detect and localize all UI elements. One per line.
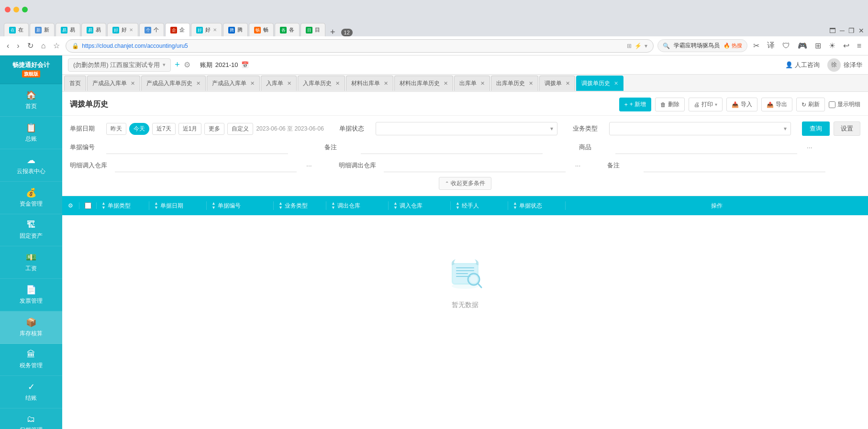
bookmark-button[interactable]: ☆ <box>51 39 62 52</box>
theme-btn[interactable]: ☀ <box>827 39 837 52</box>
th-type[interactable]: ▲▼ 单据类型 <box>97 201 149 210</box>
print-button[interactable]: 🖨 打印 ▾ <box>689 98 723 111</box>
detail-in-wh-dots[interactable]: ··· <box>306 162 312 169</box>
browser-tab[interactable]: 新 新 <box>30 23 55 36</box>
tab-close-icon[interactable]: ✕ <box>480 80 485 87</box>
tab-material-out-history[interactable]: 材料出库单历史 ✕ <box>394 76 453 91</box>
reload-button[interactable]: ↻ <box>25 39 35 52</box>
company-settings-button[interactable]: ⚙ <box>184 60 190 69</box>
th-handler[interactable]: ▲▼ 经手人 <box>451 201 508 210</box>
browser-tab[interactable]: 畅 畅 <box>249 23 274 36</box>
menu-btn[interactable]: ≡ <box>855 40 863 52</box>
sidebar-item-reports[interactable]: ☁ 云报表中心 <box>0 149 62 182</box>
tab-close-icon[interactable]: ✕ <box>335 80 340 87</box>
sidebar-item-payroll[interactable]: 💵 工资 <box>0 246 62 279</box>
th-checkbox[interactable] <box>79 202 97 209</box>
new-tab-button[interactable]: + <box>326 28 339 36</box>
tab-material-out[interactable]: 材料出库单 ✕ <box>346 76 393 91</box>
grid-btn[interactable]: ⊞ <box>813 39 823 52</box>
minimize-button[interactable]: ─ <box>840 27 845 34</box>
sidebar-item-tax[interactable]: 🏛 税务管理 <box>0 344 62 376</box>
tab-close-icon[interactable]: ✕ <box>196 80 200 87</box>
select-all-checkbox[interactable] <box>85 202 91 209</box>
undo-btn[interactable]: ↩ <box>841 39 851 52</box>
tab-close-icon[interactable]: ✕ <box>566 80 570 87</box>
browser-tab[interactable]: 目 目 <box>300 23 325 36</box>
game-btn[interactable]: 🎮 <box>796 39 809 52</box>
detail-out-wh-input[interactable] <box>384 159 566 172</box>
tab-product-in2[interactable]: 产成品入库单 ✕ <box>207 76 260 91</box>
display-toggle[interactable]: 显示明细 <box>829 100 860 109</box>
tab-out-history[interactable]: 出库单历史 ✕ <box>491 76 538 91</box>
shield-btn[interactable]: 🛡 <box>780 40 792 52</box>
browser-tab[interactable]: 各 各 <box>275 23 300 36</box>
tab-close-icon[interactable]: ✕ <box>614 80 618 87</box>
tab-close-icon[interactable]: ✕ <box>287 80 291 87</box>
close-window-button[interactable]: ✕ <box>858 27 864 34</box>
service-btn[interactable]: 👤 人工咨询 <box>785 61 820 69</box>
browser-tab[interactable]: 易 易 <box>81 23 106 36</box>
doc-num-input[interactable] <box>106 141 288 154</box>
browser-tab[interactable]: 好 好 ✕ <box>107 23 138 36</box>
goods-dots[interactable]: ··· <box>807 143 812 151</box>
query-button[interactable]: 查询 <box>802 121 830 136</box>
home-button[interactable]: ⌂ <box>39 40 48 52</box>
sidebar-item-archive[interactable]: 🗂 归档管理 <box>0 408 62 429</box>
tab-transfer[interactable]: 调拨单 ✕ <box>539 76 575 91</box>
refresh-button[interactable]: ↻ 刷新 <box>796 98 825 111</box>
remark2-input[interactable] <box>644 159 825 172</box>
sidebar-item-ledger[interactable]: 📋 总账 <box>0 117 62 149</box>
th-in-wh[interactable]: ▲▼ 调入仓库 <box>389 201 451 210</box>
browser-tab[interactable]: 易 易 <box>56 23 80 36</box>
dropdown-icon[interactable]: ▾ <box>645 43 647 49</box>
remark-input[interactable] <box>361 141 543 154</box>
date-btn-today[interactable]: 今天 <box>129 123 149 135</box>
browser-tab[interactable]: 在 在 <box>4 23 29 36</box>
scissors-btn[interactable]: ✂ <box>751 39 761 52</box>
new-record-button[interactable]: + + 新增 <box>619 98 651 111</box>
browser-tab[interactable]: 腾 腾 <box>223 23 248 36</box>
collapse-button[interactable]: ⌃ 收起更多条件 <box>439 177 491 190</box>
export-button[interactable]: 📤 导出 <box>761 98 792 111</box>
date-btn-more[interactable]: 更多 <box>204 123 224 135</box>
maximize-button[interactable]: ❐ <box>848 27 855 34</box>
sidebar-item-home[interactable]: 🏠 首页 <box>0 84 62 117</box>
tab-out-order[interactable]: 出库单 ✕ <box>454 76 490 91</box>
sidebar-item-assets[interactable]: 🏗 固定资产 <box>0 214 62 246</box>
tab-in-order[interactable]: 入库单 ✕ <box>261 76 297 91</box>
date-btn-1month[interactable]: 近1月 <box>178 123 202 135</box>
sidebar-item-funds[interactable]: 💰 资金管理 <box>0 182 62 214</box>
tab-in-history[interactable]: 入库单历史 ✕ <box>298 76 345 91</box>
restore-button[interactable]: 🗖 <box>829 27 836 34</box>
sidebar-item-invoice[interactable]: 📄 发票管理 <box>0 279 62 311</box>
status-dropdown[interactable]: ▾ <box>376 122 557 135</box>
date-btn-custom[interactable]: 自定义 <box>227 123 253 135</box>
detail-in-wh-input[interactable] <box>115 159 297 172</box>
delete-button[interactable]: 🗑 删除 <box>655 98 685 111</box>
th-gear[interactable]: ⚙ <box>62 202 79 209</box>
sidebar-item-closing[interactable]: ✓ 结账 <box>0 376 62 408</box>
translate-btn[interactable]: 译 <box>765 39 777 53</box>
tab-product-in-history[interactable]: 产成品入库单历史 ✕ <box>141 76 206 91</box>
browser-tab[interactable]: 个 个 <box>139 23 164 36</box>
sidebar-item-inventory[interactable]: 📦 库存核算 <box>0 311 62 344</box>
tab-product-in[interactable]: 产成品入库单 ✕ <box>87 76 140 91</box>
th-num[interactable]: ▲▼ 单据编号 <box>207 201 274 210</box>
calendar-icon[interactable]: 📅 <box>241 61 249 68</box>
tab-home[interactable]: 首页 <box>64 76 86 91</box>
tab-close-icon[interactable]: ✕ <box>529 80 533 87</box>
add-company-button[interactable]: + <box>175 60 180 70</box>
forward-button[interactable]: › <box>15 40 21 52</box>
import-button[interactable]: 📥 导入 <box>726 98 757 111</box>
browser-tab[interactable]: 好 好 ✕ <box>191 23 222 36</box>
goods-input[interactable] <box>615 141 797 154</box>
date-btn-7days[interactable]: 近7天 <box>152 123 176 135</box>
tab-close-icon[interactable]: ✕ <box>250 80 255 87</box>
th-status[interactable]: ▲▼ 单据状态 <box>508 201 566 210</box>
back-button[interactable]: ‹ <box>5 40 11 52</box>
detail-out-wh-dots[interactable]: ··· <box>575 162 581 169</box>
tab-close-icon[interactable]: ✕ <box>444 80 448 87</box>
tab-close-icon[interactable]: ✕ <box>131 80 135 87</box>
th-biz[interactable]: ▲▼ 业务类型 <box>274 201 326 210</box>
th-out-wh[interactable]: ▲▼ 调出仓库 <box>326 201 389 210</box>
